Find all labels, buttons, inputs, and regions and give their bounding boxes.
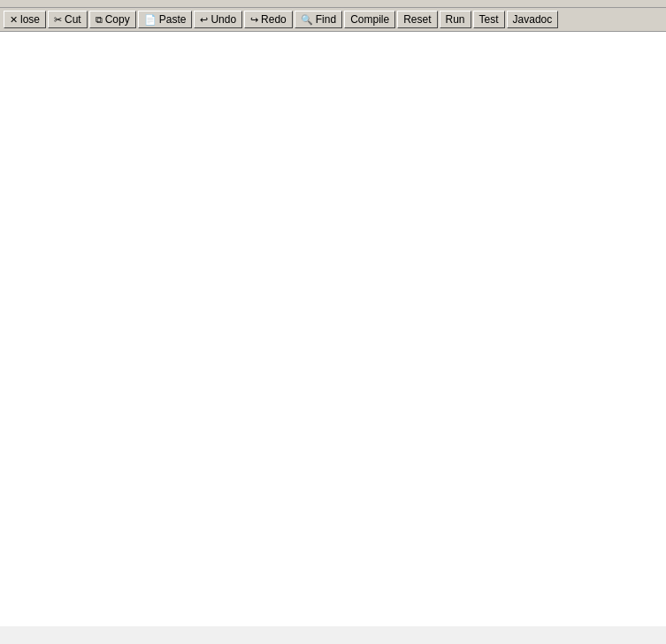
- test-button[interactable]: Test: [473, 11, 505, 28]
- find-button[interactable]: 🔍 Find: [295, 11, 342, 28]
- paste-label: Paste: [159, 13, 187, 26]
- find-icon: 🔍: [301, 14, 313, 26]
- undo-icon: ↩: [200, 14, 208, 26]
- compile-button[interactable]: Compile: [344, 11, 395, 28]
- close-icon: ✕: [10, 14, 18, 26]
- redo-button[interactable]: ↪ Redo: [244, 11, 293, 28]
- close-label: lose: [20, 13, 40, 26]
- cut-label: Cut: [65, 13, 81, 26]
- redo-icon: ↪: [250, 14, 258, 26]
- reset-button[interactable]: Reset: [397, 11, 437, 28]
- run-button[interactable]: Run: [440, 11, 471, 28]
- cut-icon: ✂: [54, 14, 62, 26]
- toolbar: ✕ lose ✂ Cut ⧉ Copy 📄 Paste ↩ Undo ↪ Red…: [0, 8, 666, 32]
- undo-label: Undo: [211, 13, 236, 26]
- undo-button[interactable]: ↩ Undo: [194, 11, 242, 28]
- cut-button[interactable]: ✂ Cut: [48, 11, 88, 28]
- copy-label: Copy: [105, 13, 130, 26]
- title-bar: [0, 0, 666, 8]
- close-button[interactable]: ✕ lose: [4, 11, 46, 28]
- find-label: Find: [316, 13, 336, 26]
- paste-icon: 📄: [144, 14, 157, 26]
- javadoc-label: Javadoc: [513, 13, 553, 26]
- run-label: Run: [446, 13, 465, 26]
- compile-label: Compile: [350, 13, 389, 26]
- javadoc-button[interactable]: Javadoc: [507, 11, 559, 28]
- copy-button[interactable]: ⧉ Copy: [89, 11, 136, 28]
- paste-button[interactable]: 📄 Paste: [138, 11, 193, 28]
- test-label: Test: [479, 13, 499, 26]
- copy-icon: ⧉: [96, 14, 103, 26]
- editor-area[interactable]: [0, 32, 666, 626]
- reset-label: Reset: [403, 13, 431, 26]
- redo-label: Redo: [261, 13, 287, 26]
